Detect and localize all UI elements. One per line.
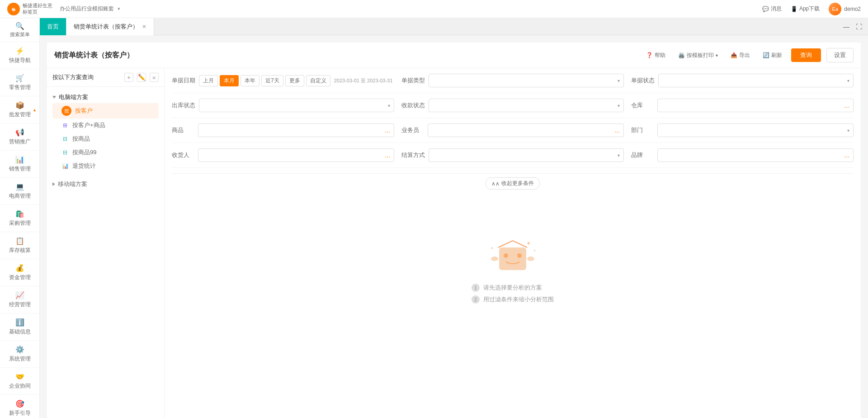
collapse-panel-button[interactable]: « bbox=[150, 73, 159, 82]
sidebar-item-search[interactable]: 🔍 搜索菜单 bbox=[0, 18, 39, 42]
query-button[interactable]: 查询 bbox=[791, 48, 821, 62]
message-icon: 💬 bbox=[762, 6, 769, 12]
collapse-icon: « bbox=[152, 74, 156, 81]
sidebar-item-quick-nav[interactable]: ⚡ 快捷导航 bbox=[0, 42, 39, 69]
sidebar-item-guide[interactable]: 🎯 新手引导 bbox=[0, 395, 39, 418]
page-actions: ❓ 帮助 🖨️ 按模板打印 ▾ 📤 导出 🔄 刷新 查询 设置 bbox=[642, 48, 854, 62]
goods-select[interactable]: ... bbox=[198, 124, 394, 137]
warehouse-filter-row: 仓库 ... bbox=[631, 99, 854, 112]
recipient-select[interactable]: ... bbox=[198, 148, 394, 162]
retail-icon: 🛒 bbox=[15, 74, 24, 82]
sidebar-item-finance[interactable]: 💰 资金管理 bbox=[0, 259, 39, 286]
payment-status-select[interactable]: ▾ bbox=[429, 99, 624, 112]
warehouse-label: 仓库 bbox=[631, 101, 654, 109]
sidebar-item-operations[interactable]: 📈 经营管理 bbox=[0, 286, 39, 314]
customer-goods-icon: ⊞ bbox=[61, 122, 69, 129]
refresh-button[interactable]: 🔄 刷新 bbox=[759, 50, 786, 61]
settlement-label: 结算方式 bbox=[401, 151, 425, 159]
date-btn-7days[interactable]: 近7天 bbox=[261, 75, 283, 86]
date-btn-custom[interactable]: 自定义 bbox=[306, 75, 330, 86]
svg-text:✦: ✦ bbox=[533, 249, 536, 253]
scheme-item-by-goods[interactable]: ⊟ 按商品 bbox=[52, 132, 159, 146]
out-status-label: 出库状态 bbox=[172, 101, 195, 109]
left-panel: 按以下方案查询 + ✏️ « bbox=[47, 68, 165, 418]
staff-dots-icon[interactable]: ... bbox=[614, 127, 620, 134]
top-header: 畅 畅捷通好生意 标签页 办公用品行业模拟账套 ▾ 💬 消息 📱 App下载 E… bbox=[0, 0, 868, 18]
date-btn-last-month[interactable]: 上月 bbox=[199, 75, 218, 86]
filter-section-row2: 出库状态 ▾ 收款状态 ▾ bbox=[172, 99, 854, 118]
sidebar-item-inventory[interactable]: 📋 库存核算 bbox=[0, 232, 39, 259]
finance-icon: 💰 bbox=[15, 264, 24, 272]
sidebar-item-sales[interactable]: 📊 销售管理 bbox=[0, 151, 39, 178]
sidebar-item-retail[interactable]: 🛒 零售管理 bbox=[0, 69, 39, 96]
date-btn-more[interactable]: 更多 bbox=[285, 75, 304, 86]
date-btn-this-month[interactable]: 本月 bbox=[220, 75, 239, 86]
sidebar-item-basic-info[interactable]: ℹ️ 基础信息 bbox=[0, 314, 39, 341]
tab-close-icon[interactable]: ✕ bbox=[142, 24, 146, 30]
doc-status-chevron: ▾ bbox=[847, 78, 849, 83]
template-print-button[interactable]: 🖨️ 按模板打印 ▾ bbox=[675, 50, 722, 61]
doc-type-select[interactable]: ▾ bbox=[429, 74, 624, 87]
svg-point-3 bbox=[504, 253, 508, 258]
guide-icon: 🎯 bbox=[15, 399, 24, 408]
scheme-item-customer-goods[interactable]: ⊞ 按客户+商品 bbox=[52, 119, 159, 132]
settlement-chevron: ▾ bbox=[618, 153, 620, 158]
sidebar-item-enterprise[interactable]: 🤝 企业协同 bbox=[0, 368, 39, 395]
doc-type-chevron: ▾ bbox=[618, 78, 620, 83]
brand-select[interactable]: ... bbox=[657, 148, 854, 162]
user-menu[interactable]: Ea demo2 bbox=[829, 3, 861, 15]
scheme-item-goods-99[interactable]: ⊟ 按商品99 bbox=[52, 146, 159, 159]
logo-area: 畅 畅捷通好生意 标签页 bbox=[7, 3, 52, 15]
add-scheme-button[interactable]: + bbox=[124, 73, 133, 82]
returns-icon: 📊 bbox=[61, 162, 69, 170]
date-filter-row: 单据日期 上月 本月 本年 近7天 更多 自定义 2023-03-01 至 20… bbox=[172, 74, 394, 87]
settings-button[interactable]: 设置 bbox=[826, 48, 854, 62]
export-icon: 📤 bbox=[731, 52, 737, 58]
message-button[interactable]: 💬 消息 bbox=[762, 5, 782, 13]
app-title-dropdown[interactable]: ▾ bbox=[118, 6, 120, 12]
wholesale-icon: 📦 bbox=[15, 101, 24, 109]
edit-scheme-button[interactable]: ✏️ bbox=[137, 73, 146, 82]
scheme-item-by-customer[interactable]: 按 按客户 bbox=[52, 103, 159, 119]
staff-select[interactable]: ... bbox=[428, 124, 624, 137]
tab-home[interactable]: 首页 bbox=[40, 18, 66, 35]
settlement-select[interactable]: ▾ bbox=[429, 148, 624, 162]
filter-section-row4: 收货人 ... 结算方式 ▾ bbox=[172, 148, 854, 168]
doc-status-select[interactable]: ▾ bbox=[658, 74, 854, 87]
doc-type-label: 单据类型 bbox=[401, 76, 425, 85]
help-button[interactable]: ❓ 帮助 bbox=[642, 50, 669, 61]
settlement-filter-row: 结算方式 ▾ bbox=[401, 148, 624, 162]
doc-status-filter-row: 单据状态 ▾ bbox=[631, 74, 854, 87]
sidebar-item-system[interactable]: ⚙️ 系统管理 bbox=[0, 341, 39, 368]
warehouse-select[interactable]: ... bbox=[657, 99, 854, 112]
mobile-scheme-header[interactable]: 移动端方案 bbox=[52, 178, 159, 190]
desktop-scheme-header[interactable]: 电脑端方案 bbox=[52, 91, 159, 103]
out-status-select[interactable]: ▾ bbox=[199, 99, 394, 112]
sidebar-item-wholesale[interactable]: 📦 批发管理 ▲ bbox=[0, 96, 39, 124]
sidebar-item-marketing[interactable]: 📢 营销推广 bbox=[0, 124, 39, 151]
payment-status-label: 收款状态 bbox=[401, 101, 425, 109]
warehouse-dots-icon[interactable]: ... bbox=[844, 102, 849, 109]
header-left: 畅 畅捷通好生意 标签页 办公用品行业模拟账套 ▾ bbox=[7, 3, 120, 15]
expand-icon bbox=[52, 96, 56, 99]
filter-grid-row2: 出库状态 ▾ 收款状态 ▾ bbox=[172, 99, 854, 112]
goods-dots-icon[interactable]: ... bbox=[385, 127, 390, 134]
app-download-button[interactable]: 📱 App下载 bbox=[791, 5, 820, 13]
department-select[interactable]: ▾ bbox=[657, 124, 854, 137]
minimize-button[interactable]: — bbox=[841, 21, 852, 32]
recipient-dots-icon[interactable]: ... bbox=[385, 152, 390, 159]
recipient-label: 收货人 bbox=[172, 151, 194, 159]
logo-text: 畅捷通好生意 bbox=[23, 3, 52, 9]
date-btn-this-year[interactable]: 本年 bbox=[241, 75, 259, 86]
mobile-expand-icon bbox=[52, 182, 55, 186]
brand-dots-icon[interactable]: ... bbox=[844, 152, 849, 159]
sidebar-item-purchase[interactable]: 🛍️ 采购管理 bbox=[0, 205, 39, 232]
department-label: 部门 bbox=[631, 126, 654, 134]
collapse-button[interactable]: ∧∧ 收起更多条件 bbox=[486, 177, 540, 190]
scheme-item-returns[interactable]: 📊 退货统计 bbox=[52, 159, 159, 173]
sidebar-item-ecommerce[interactable]: 💻 电商管理 bbox=[0, 178, 39, 205]
inventory-icon: 📋 bbox=[15, 237, 24, 245]
maximize-button[interactable]: ⛶ bbox=[854, 21, 864, 32]
tab-sales-stats[interactable]: 销货单统计表（按客户） ✕ bbox=[66, 18, 154, 35]
export-button[interactable]: 📤 导出 bbox=[727, 50, 754, 61]
